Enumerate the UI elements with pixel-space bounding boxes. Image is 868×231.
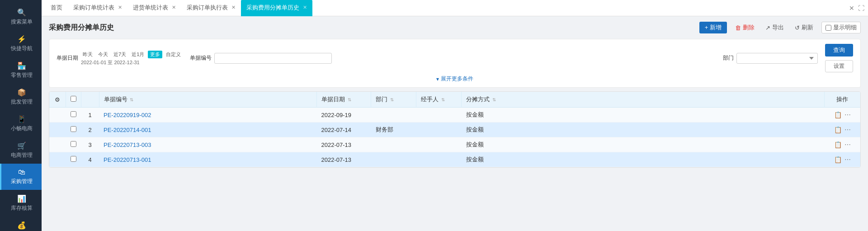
sidebar-item-purchase[interactable]: 🛍 采购管理 — [0, 164, 42, 190]
sidebar-item-retail[interactable]: 🏪 零售管理 — [0, 57, 42, 84]
row-action: 📋 ⋯ — [824, 123, 860, 137]
select-all-checkbox[interactable] — [71, 96, 76, 102]
date-range-value: 2022-01-01 至 2022-12-31 — [81, 59, 183, 66]
dept-select[interactable] — [736, 53, 818, 64]
row-handler — [416, 108, 462, 123]
row-method: 按金额 — [462, 137, 825, 152]
more-icon[interactable]: ⋯ — [844, 111, 851, 118]
delete-button[interactable]: 🗑 删除 — [732, 22, 757, 33]
row-checkbox-cell — [66, 123, 81, 137]
mini-icon: 📱 — [3, 115, 40, 123]
expand-button[interactable]: ▾ 展开更多条件 — [436, 75, 473, 83]
row-checkbox[interactable] — [71, 111, 76, 117]
date-tags: 昨天 今天 近7天 近1月 更多 自定义 — [81, 51, 183, 58]
col-date-header: 单据日期 ⇅ — [317, 92, 371, 108]
close-all-icon[interactable]: ✕ — [849, 5, 854, 12]
tab-close-purchase-cost-history[interactable]: ✕ — [303, 5, 307, 10]
tab-home[interactable]: 首页 — [45, 0, 68, 16]
display-detail-button[interactable]: 显示明细 — [821, 22, 861, 33]
query-actions: 查询 设置 — [825, 44, 853, 72]
sidebar-item-mini[interactable]: 📱 小畅电商 — [0, 110, 42, 137]
handler-sort-icon[interactable]: ⇅ — [441, 97, 445, 102]
date-label: 单据日期 — [57, 54, 78, 62]
sidebar-item-shortcut[interactable]: ⚡ 快捷导航 — [0, 30, 42, 57]
row-date: 2022-09-19 — [317, 108, 371, 123]
settings-button[interactable]: 设置 — [825, 60, 853, 72]
row-docno[interactable]: PE-20220919-002 — [99, 108, 317, 123]
refresh-button[interactable]: ↺ 刷新 — [792, 22, 816, 33]
sidebar: 🔍 搜索菜单 ⚡ 快捷导航 🏪 零售管理 📦 批发管理 📱 小畅电商 🛒 电商管… — [0, 0, 42, 231]
search-bar: 单据日期 昨天 今天 近7天 近1月 更多 自定义 2022-01-01 至 2… — [49, 39, 861, 88]
more-icon[interactable]: ⋯ — [844, 141, 851, 148]
sidebar-item-wholesale[interactable]: 📦 批发管理 — [0, 84, 42, 110]
sidebar-item-ecom[interactable]: 🛒 电商管理 — [0, 137, 42, 164]
row-docno[interactable]: PE-20220713-003 — [99, 137, 317, 152]
tab-close-purchase-order-exec[interactable]: ✕ — [231, 5, 236, 10]
page-title: 采购费用分摊单历史 — [49, 23, 114, 33]
docno-input[interactable] — [214, 53, 332, 64]
tab-purchase-cost-history[interactable]: 采购费用分摊单历史 ✕ — [241, 0, 312, 16]
query-button[interactable]: 查询 — [825, 44, 853, 57]
row-settings-cell — [49, 137, 66, 152]
row-settings-cell — [49, 152, 66, 167]
row-dept — [371, 137, 416, 152]
row-checkbox[interactable] — [71, 156, 76, 162]
more-icon[interactable]: ⋯ — [844, 126, 851, 133]
tab-purchase-order-exec[interactable]: 采购订单执行表 ✕ — [181, 0, 241, 16]
sidebar-item-finance[interactable]: 💰 资金管理 — [0, 217, 42, 231]
date-tags-container: 昨天 今天 近7天 近1月 更多 自定义 2022-01-01 至 2022-1… — [81, 51, 183, 66]
row-action: 📋 ⋯ — [824, 108, 860, 123]
row-action: 📋 ⋯ — [824, 152, 860, 167]
col-settings[interactable]: ⚙ — [49, 92, 66, 108]
edit-icon[interactable]: 📋 — [834, 126, 842, 133]
tab-close-purchase-order-stats[interactable]: ✕ — [118, 5, 122, 10]
row-dept — [371, 108, 416, 123]
row-docno[interactable]: PE-20220713-001 — [99, 152, 317, 167]
export-button[interactable]: ↗ 导出 — [763, 22, 787, 33]
col-handler-header: 经手人 ⇅ — [416, 92, 462, 108]
add-button[interactable]: + 新增 — [699, 22, 727, 33]
maximize-icon[interactable]: ⛶ — [858, 5, 864, 12]
table-row: 3 PE-20220713-003 2022-07-13 按金额 📋 ⋯ — [49, 137, 860, 152]
date-tag-custom[interactable]: 自定义 — [164, 51, 183, 58]
date-tag-1month[interactable]: 近1月 — [130, 51, 146, 58]
row-method: 按金额 — [462, 123, 825, 137]
row-date: 2022-07-13 — [317, 152, 371, 167]
row-checkbox[interactable] — [71, 141, 76, 147]
row-handler — [416, 137, 462, 152]
date-tag-7days[interactable]: 近7天 — [112, 51, 128, 58]
table-row: 2 PE-20220714-001 2022-07-14 财务部 按金额 📋 ⋯ — [49, 123, 860, 137]
docno-sort-icon[interactable]: ⇅ — [130, 97, 133, 102]
dept-sort-icon[interactable]: ⇅ — [390, 97, 394, 102]
sidebar-item-search[interactable]: 🔍 搜索菜单 — [0, 4, 42, 30]
date-sort-icon[interactable]: ⇅ — [348, 97, 351, 102]
sidebar-item-inventory[interactable]: 📊 库存核算 — [0, 190, 42, 217]
wholesale-icon: 📦 — [3, 88, 40, 97]
date-tag-yesterday[interactable]: 昨天 — [81, 51, 94, 58]
edit-icon[interactable]: 📋 — [834, 111, 842, 118]
search-icon: 🔍 — [3, 8, 40, 17]
date-tag-today[interactable]: 今天 — [96, 51, 110, 58]
row-handler — [416, 152, 462, 167]
date-tag-more[interactable]: 更多 — [148, 51, 162, 58]
purchase-icon: 🛍 — [3, 168, 40, 176]
tab-bar: 首页 采购订单统计表 ✕ 进货单统计表 ✕ 采购订单执行表 ✕ 采购费用分摊单历… — [42, 0, 868, 16]
row-no: 3 — [81, 137, 99, 152]
method-sort-icon[interactable]: ⇅ — [492, 97, 496, 102]
edit-icon[interactable]: 📋 — [834, 141, 842, 148]
col-checkbox — [66, 92, 81, 108]
tab-purchase-order-stats[interactable]: 采购订单统计表 ✕ — [68, 0, 127, 16]
row-date: 2022-07-14 — [317, 123, 371, 137]
tab-purchase-receipt-stats[interactable]: 进货单统计表 ✕ — [127, 0, 181, 16]
display-detail-checkbox[interactable] — [826, 25, 831, 31]
edit-icon[interactable]: 📋 — [834, 156, 842, 163]
tab-close-purchase-receipt-stats[interactable]: ✕ — [172, 5, 176, 10]
row-checkbox-cell — [66, 137, 81, 152]
row-checkbox[interactable] — [71, 126, 76, 132]
more-icon[interactable]: ⋯ — [844, 156, 851, 163]
row-docno[interactable]: PE-20220714-001 — [99, 123, 317, 137]
row-action: 📋 ⋯ — [824, 137, 860, 152]
export-icon: ↗ — [765, 24, 770, 31]
chevron-down-icon: ▾ — [436, 76, 439, 82]
expand-row: ▾ 展开更多条件 — [57, 75, 853, 83]
